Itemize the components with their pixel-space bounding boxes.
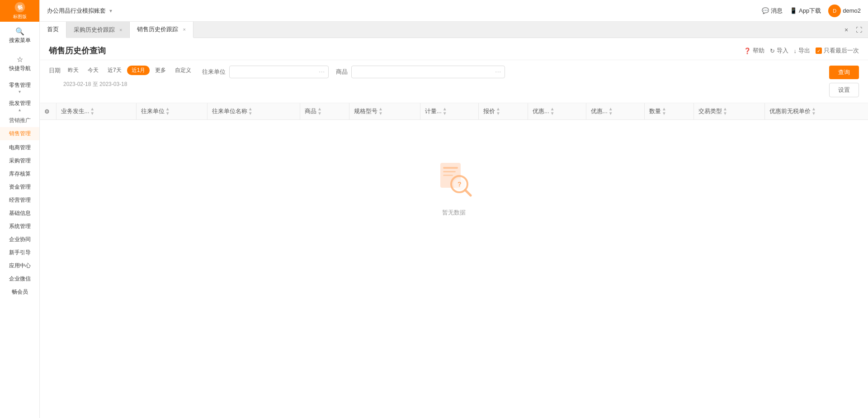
sidebar-item-purchase[interactable]: 采购管理 bbox=[0, 153, 39, 166]
query-button[interactable]: 查询 bbox=[829, 66, 859, 79]
date-buttons: 昨天 今天 近7天 近1月 更多 自定义 bbox=[64, 66, 195, 75]
th-trade-type-label: 交易类型 bbox=[698, 107, 722, 115]
topbar-dropdown-icon[interactable]: ▾ bbox=[109, 8, 112, 14]
th-discount2[interactable]: 优惠... ▲▼ bbox=[586, 103, 644, 120]
partner-filter: 往来单位 ··· bbox=[202, 66, 329, 78]
sort-icon: ▲▼ bbox=[378, 107, 383, 116]
th-discount1-label: 优惠... bbox=[533, 107, 549, 115]
app-download-button[interactable]: 📱 App下载 bbox=[790, 7, 821, 15]
tab-purchase-label: 采购历史价跟踪 bbox=[74, 26, 115, 34]
table-wrapper: ⚙ 业务发生... ▲▼ 往来单位 ▲▼ bbox=[40, 103, 868, 418]
th-quote[interactable]: 报价 ▲▼ bbox=[478, 103, 528, 120]
sidebar-item-sales-mgmt[interactable]: 销售管理 bbox=[0, 127, 39, 140]
goods-input[interactable] bbox=[355, 69, 495, 76]
sidebar-item-label: 搜索菜单 bbox=[9, 37, 31, 44]
th-partner-name[interactable]: 往来单位名称 ▲▼ bbox=[207, 103, 300, 120]
sidebar-item-inventory[interactable]: 库存核算 bbox=[0, 166, 39, 180]
date-btn-7days[interactable]: 近7天 bbox=[104, 66, 125, 75]
setting-button[interactable]: 设置 bbox=[829, 83, 859, 97]
filter-area: 日期 昨天 今天 近7天 近1月 更多 自定义 2023-02-18 至 202… bbox=[40, 60, 868, 103]
partner-input[interactable] bbox=[233, 69, 319, 76]
sidebar-item-label: 批发管理 bbox=[9, 100, 31, 107]
sidebar-item-search-menu[interactable]: 🔍 搜索菜单 bbox=[0, 22, 39, 50]
export-label: 导出 bbox=[798, 47, 810, 55]
th-spec-label: 规格型号 bbox=[354, 107, 377, 115]
th-unit[interactable]: 计量... ▲▼ bbox=[420, 103, 478, 120]
tab-purchase-history[interactable]: 采购历史价跟踪 × bbox=[66, 22, 130, 38]
empty-text: 暂无数据 bbox=[442, 209, 466, 217]
th-quantity[interactable]: 数量 ▲▼ bbox=[645, 103, 694, 120]
th-partner-code[interactable]: 往来单位 ▲▼ bbox=[136, 103, 207, 120]
sort-icon: ▲▼ bbox=[550, 107, 555, 116]
th-pretax-price[interactable]: 优惠前无税单价 ▲▼ bbox=[765, 103, 868, 120]
close-tab-button[interactable]: × bbox=[841, 24, 852, 35]
sort-icon: ▲▼ bbox=[662, 107, 666, 116]
tab-sales-close-icon[interactable]: × bbox=[183, 27, 185, 32]
help-label: 帮助 bbox=[753, 47, 764, 55]
sidebar-item-wholesale[interactable]: 批发管理 ▴ bbox=[0, 96, 39, 114]
page-title: 销售历史价查询 bbox=[49, 45, 106, 56]
date-btn-custom[interactable]: 自定义 bbox=[171, 66, 195, 75]
partner-search-field[interactable]: ··· bbox=[229, 66, 329, 78]
app-download-label: App下载 bbox=[799, 7, 821, 15]
topbar: 办公用品行业模拟账套 ▾ 💬 消息 📱 App下载 D demo2 bbox=[40, 0, 868, 22]
only-last-checkbox[interactable]: ✓ bbox=[816, 48, 822, 54]
svg-line-8 bbox=[465, 190, 471, 195]
sidebar-item-quick-nav[interactable]: ☆ 快捷导航 bbox=[0, 50, 39, 78]
th-spec[interactable]: 规格型号 ▲▼ bbox=[349, 103, 420, 120]
sidebar-item-ecommerce[interactable]: 电商管理 bbox=[0, 140, 39, 153]
date-range-text: 2023-02-18 至 2023-03-18 bbox=[63, 81, 127, 88]
date-btn-yesterday[interactable]: 昨天 bbox=[64, 66, 82, 75]
tab-home[interactable]: 首页 bbox=[40, 22, 66, 38]
help-button[interactable]: ❓ 帮助 bbox=[744, 47, 764, 55]
tab-sales-history[interactable]: 销售历史价跟踪 × bbox=[130, 22, 193, 38]
sort-icon: ▲▼ bbox=[811, 107, 816, 116]
sort-icon: ▲▼ bbox=[723, 107, 727, 116]
tab-home-label: 首页 bbox=[47, 25, 59, 33]
table-header: ⚙ 业务发生... ▲▼ 往来单位 ▲▼ bbox=[40, 103, 868, 120]
sidebar-item-newcomer[interactable]: 新手引导 bbox=[0, 245, 39, 258]
import-button[interactable]: ↻ 导入 bbox=[770, 47, 788, 55]
sidebar-item-finance[interactable]: 资金管理 bbox=[0, 180, 39, 193]
sidebar-item-enterprise-collab[interactable]: 企业协同 bbox=[0, 232, 39, 245]
sidebar-item-label: 基础信息 bbox=[9, 209, 31, 217]
tab-sales-label: 销售历史价跟踪 bbox=[137, 25, 178, 33]
sidebar-item-system[interactable]: 系统管理 bbox=[0, 219, 39, 232]
svg-rect-4 bbox=[443, 171, 456, 172]
th-pretax-price-label: 优惠前无税单价 bbox=[769, 107, 811, 115]
only-last-checkbox-area[interactable]: ✓ 只看最后一次 bbox=[816, 47, 859, 55]
sort-icon: ▲▼ bbox=[248, 107, 253, 116]
date-btn-more[interactable]: 更多 bbox=[151, 66, 170, 75]
partner-search-icon[interactable]: ··· bbox=[319, 68, 325, 76]
tab-purchase-close-icon[interactable]: × bbox=[119, 27, 122, 33]
chevron-down-icon: ▾ bbox=[19, 89, 21, 94]
sidebar-item-member[interactable]: 畅会员 bbox=[0, 285, 39, 298]
export-button[interactable]: ↓ 导出 bbox=[794, 47, 811, 55]
sidebar-item-label: 企业协同 bbox=[9, 236, 31, 243]
empty-illustration: ? bbox=[431, 156, 476, 201]
sidebar-item-operations[interactable]: 经营管理 bbox=[0, 193, 39, 206]
date-btn-today[interactable]: 今天 bbox=[84, 66, 102, 75]
sort-icon: ▲▼ bbox=[443, 107, 447, 116]
sidebar-item-app-center[interactable]: 应用中心 bbox=[0, 258, 39, 271]
sidebar-item-enterprise-wechat[interactable]: 企业微信 bbox=[0, 271, 39, 285]
sidebar-item-basic-info[interactable]: 基础信息 bbox=[0, 206, 39, 219]
quick-nav-icon: ☆ bbox=[17, 55, 23, 64]
sidebar-item-marketing[interactable]: 营销推广 bbox=[0, 114, 39, 127]
th-gear: ⚙ bbox=[40, 103, 56, 120]
th-partner-name-label: 往来单位名称 bbox=[212, 107, 247, 115]
th-unit-label: 计量... bbox=[425, 107, 442, 115]
th-trade-type[interactable]: 交易类型 ▲▼ bbox=[693, 103, 764, 120]
date-btn-1month[interactable]: 近1月 bbox=[127, 66, 150, 75]
th-goods[interactable]: 商品 ▲▼ bbox=[300, 103, 349, 120]
goods-search-icon[interactable]: ··· bbox=[495, 68, 501, 76]
maximize-button[interactable]: ⛶ bbox=[854, 24, 864, 35]
goods-search-field[interactable]: ··· bbox=[351, 66, 505, 78]
user-avatar-area[interactable]: D demo2 bbox=[828, 5, 861, 17]
message-button[interactable]: 💬 消息 bbox=[762, 7, 783, 15]
th-biz-date[interactable]: 业务发生... ▲▼ bbox=[56, 103, 136, 120]
gear-icon[interactable]: ⚙ bbox=[44, 108, 50, 115]
th-discount1[interactable]: 优惠... ▲▼ bbox=[528, 103, 586, 120]
sidebar-item-retail[interactable]: 零售管理 ▾ bbox=[0, 78, 39, 96]
svg-rect-5 bbox=[443, 175, 453, 176]
